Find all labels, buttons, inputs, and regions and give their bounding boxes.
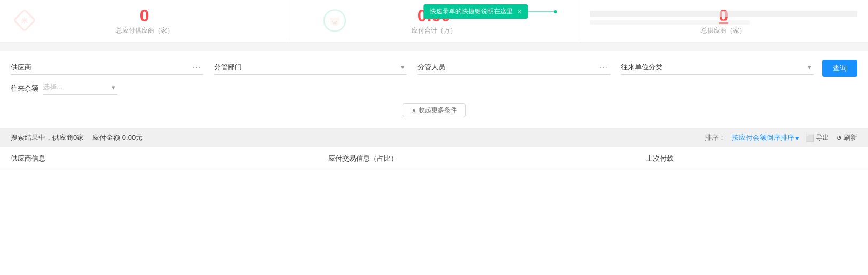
filter-dept: 分管部门 ▾ <box>214 62 407 75</box>
payable-total-label: 应付合计（万） <box>412 26 456 35</box>
tooltip-dot <box>553 9 558 14</box>
pig-icon: 🐷 <box>321 7 348 34</box>
balance-select[interactable]: 选择... ▾ <box>43 82 117 95</box>
col-last-payment: 上次付款 <box>646 154 858 163</box>
person-dots-button[interactable]: ··· <box>597 62 610 72</box>
diamond-icon: 米 <box>13 9 36 32</box>
col-supplier-info: 供应商信息 <box>11 154 328 163</box>
collapse-bar: ∧ 收起更多条件 <box>11 100 857 124</box>
refresh-label: 刷新 <box>843 133 857 143</box>
refresh-icon: ↺ <box>836 134 842 142</box>
supplier-dots-button[interactable]: ··· <box>191 62 203 72</box>
query-button[interactable]: 查询 <box>822 60 857 77</box>
supplier-label: 供应商 <box>11 62 37 72</box>
supplier-input[interactable] <box>37 63 191 71</box>
stat-card-total-suppliers: 0 总供应商（家） <box>579 0 868 42</box>
tooltip-bubble: 快速录单的快捷键说明在这里 × <box>423 4 528 19</box>
results-info: 搜索结果中，供应商0家 应付金额 0.00元 <box>11 133 143 143</box>
payable-suppliers-number: 0 <box>140 7 149 24</box>
dept-input[interactable] <box>242 63 399 71</box>
supplier-count-text: 搜索结果中，供应商0家 <box>11 133 84 143</box>
filter-supplier: 供应商 ··· <box>11 62 203 75</box>
filter-person: 分管人员 ··· <box>417 62 610 75</box>
table-header: 供应商信息 应付交易信息（占比） 上次付款 <box>0 147 868 170</box>
balance-chevron-icon[interactable]: ▾ <box>109 83 117 91</box>
sort-prefix: 排序： <box>705 133 725 143</box>
collapse-button-label: 收起更多条件 <box>419 106 457 115</box>
balance-label: 往来余额 <box>11 84 43 93</box>
tooltip-text: 快速录单的快捷键说明在这里 <box>430 7 513 16</box>
results-bar: 搜索结果中，供应商0家 应付金额 0.00元 排序： 按应付会额倒序排序 ▾ ⬜… <box>0 129 868 147</box>
section-gap <box>0 43 868 47</box>
filter-unit-class: 往来单位分类 ▾ <box>621 62 814 75</box>
stats-bar: 米 0 总应付供应商（家） 🐷 0.00 应付合计（万） 快速录单的快捷键说明在… <box>0 0 868 43</box>
dept-chevron-icon[interactable]: ▾ <box>399 63 407 71</box>
results-actions: 排序： 按应付会额倒序排序 ▾ ⬜ 导出 ↺ 刷新 <box>705 133 857 143</box>
svg-text:米: 米 <box>21 17 28 25</box>
stat-card-payable-total: 🐷 0.00 应付合计（万） 快速录单的快捷键说明在这里 × <box>289 0 579 42</box>
refresh-button[interactable]: ↺ 刷新 <box>836 133 857 143</box>
stat-card-payable-suppliers: 米 0 总应付供应商（家） <box>0 0 289 42</box>
collapse-button[interactable]: ∧ 收起更多条件 <box>403 103 466 117</box>
collapse-up-icon: ∧ <box>412 107 416 114</box>
person-input[interactable] <box>445 63 597 71</box>
amount-text: 应付金额 0.00元 <box>92 133 143 143</box>
filter-row-2: 往来余额 选择... ▾ <box>11 82 857 95</box>
total-suppliers-label: 总供应商（家） <box>701 26 746 35</box>
filter-row-1: 供应商 ··· 分管部门 ▾ 分管人员 ··· 往来单位分类 ▾ 查询 <box>11 60 857 77</box>
export-label: 导出 <box>816 133 830 143</box>
sort-select[interactable]: 按应付会额倒序排序 ▾ <box>732 133 799 143</box>
unit-class-chevron-icon[interactable]: ▾ <box>806 63 814 71</box>
dept-label: 分管部门 <box>214 62 242 72</box>
payable-suppliers-label: 总应付供应商（家） <box>116 26 173 35</box>
table-body <box>0 170 868 275</box>
sort-option-label: 按应付会额倒序排序 <box>732 133 794 143</box>
balance-select-placeholder: 选择... <box>43 82 109 92</box>
export-icon: ⬜ <box>806 134 814 142</box>
unit-class-input[interactable] <box>662 63 806 71</box>
col-payable-trade: 应付交易信息（占比） <box>328 154 646 163</box>
export-button[interactable]: ⬜ 导出 <box>806 133 830 143</box>
person-label: 分管人员 <box>417 62 445 72</box>
unit-class-label: 往来单位分类 <box>621 62 662 72</box>
tooltip-close-button[interactable]: × <box>517 8 522 15</box>
sort-chevron-icon: ▾ <box>795 134 799 142</box>
svg-text:🐷: 🐷 <box>329 15 340 26</box>
filter-area: 供应商 ··· 分管部门 ▾ 分管人员 ··· 往来单位分类 ▾ 查询 往来余额… <box>0 51 868 129</box>
